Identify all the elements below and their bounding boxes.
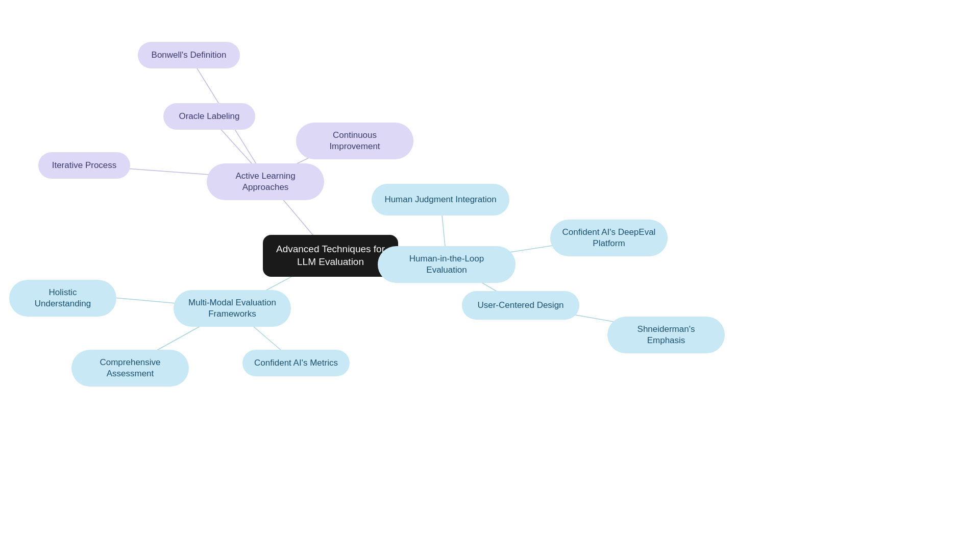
node-comprehensive_assessment: Comprehensive Assessment	[71, 350, 189, 387]
node-user_centered: User-Centered Design	[462, 291, 579, 320]
node-holistic_understanding: Holistic Understanding	[9, 280, 116, 317]
mindmap-container: Advanced Techniques for LLM EvaluationAc…	[0, 0, 980, 553]
node-continuous_improvement: Continuous Improvement	[296, 123, 413, 159]
node-bonwells_def: Bonwell's Definition	[138, 42, 240, 68]
node-iterative_process: Iterative Process	[38, 152, 130, 179]
node-human_loop: Human-in-the-Loop Evaluation	[378, 246, 516, 283]
node-active_learning: Active Learning Approaches	[207, 163, 324, 200]
node-oracle_labeling: Oracle Labeling	[163, 103, 255, 130]
node-confidentai_metrics: Confident AI's Metrics	[242, 350, 350, 376]
node-center: Advanced Techniques for LLM Evaluation	[263, 235, 398, 277]
node-shneidermans: Shneiderman's Emphasis	[607, 317, 725, 353]
node-confidentai_deepeval: Confident AI's DeepEval Platform	[550, 220, 668, 256]
node-human_judgment: Human Judgment Integration	[372, 184, 509, 215]
node-multi_modal: Multi-Modal Evaluation Frameworks	[174, 290, 291, 327]
